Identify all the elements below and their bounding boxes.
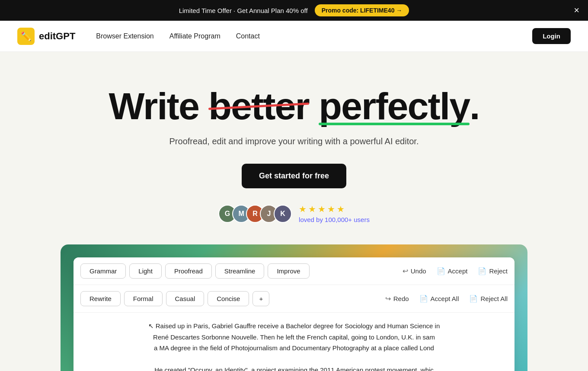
redo-action[interactable]: ↪ Redo [385,295,409,303]
accept-icon: 📄 [437,267,445,275]
star-4: ★ [327,204,335,214]
accept-all-icon: 📄 [419,295,428,303]
rewrite-button[interactable]: Rewrite [80,291,121,306]
toolbar-buttons-row2: Rewrite Formal Casual Concise + [80,291,269,306]
hero-subtitle: Proofread, edit and improve your writing… [17,136,571,146]
concise-button[interactable]: Concise [208,291,249,306]
toolbar-actions-row1: ↩ Undo 📄 Accept 📄 Reject [403,267,508,275]
hero-title: Write better perfectly. [17,86,571,126]
rating-block: ★ ★ ★ ★ ★ loved by 100,000+ users [299,204,370,224]
screenshot-container: Grammar Light Proofread Streamline Impro… [61,244,527,371]
close-announcement-button[interactable]: × [574,6,579,15]
reject-all-icon: 📄 [469,295,478,303]
accept-all-label: Accept All [431,295,459,302]
proofread-button[interactable]: Proofread [165,263,212,279]
casual-button[interactable]: Casual [166,291,205,306]
reject-all-label: Reject All [480,295,508,302]
editor-toolbar-row1: Grammar Light Proofread Streamline Impro… [74,257,514,285]
editor-content: ↖Raised up in Paris, Gabriel Gauffre rec… [74,313,514,371]
grammar-button[interactable]: Grammar [80,263,126,279]
hero-title-underline: perfectly [319,86,470,126]
undo-icon: ↩ [403,267,408,275]
avatar: K [274,205,292,223]
social-proof: G M R J K ★ ★ ★ ★ ★ loved by 100,000+ us… [17,204,571,224]
editor-toolbar-row2: Rewrite Formal Casual Concise + ↪ Redo 📄… [74,285,514,313]
star-2: ★ [308,204,316,214]
undo-label: Undo [411,267,426,275]
logo-icon: ✏️ [17,28,35,45]
nav-browser-extension[interactable]: Browser Extension [96,32,153,40]
accept-label: Accept [448,267,468,275]
hero-section: Write better perfectly. Proofread, edit … [0,52,588,371]
nav-contact[interactable]: Contact [236,32,260,40]
content-line2: René Descartes Sorbonne Nouvelle. Then h… [153,333,435,341]
star-1: ★ [299,204,307,214]
hero-title-strikethrough: better [208,86,309,126]
streamline-button[interactable]: Streamline [215,263,265,279]
stars: ★ ★ ★ ★ ★ [299,204,370,214]
improve-button[interactable]: Improve [268,263,309,279]
light-button[interactable]: Light [129,263,162,279]
content-line4: He created "Occupy, an Identity", a proj… [154,366,434,371]
more-button[interactable]: + [252,291,269,306]
accept-action[interactable]: 📄 Accept [437,267,468,275]
navbar: ✏️ editGPT Browser Extension Affiliate P… [0,21,588,52]
announcement-text: Limited Time Offer · Get Annual Plan 40%… [179,7,308,14]
hero-title-write: Write [109,85,198,127]
logo-text: editGPT [39,31,75,42]
login-button[interactable]: Login [532,28,571,44]
star-5: ★ [337,204,345,214]
reject-all-action[interactable]: 📄 Reject All [469,295,508,303]
avatar-group: G M R J K [218,205,292,223]
logo-link[interactable]: ✏️ editGPT [17,28,75,45]
formal-button[interactable]: Formal [124,291,163,306]
announcement-bar: Limited Time Offer · Get Annual Plan 40%… [0,0,588,21]
nav-links: Browser Extension Affiliate Program Cont… [96,32,532,40]
content-line1: Raised up in Paris, Gabriel Gauffre rece… [156,322,440,330]
cta-button[interactable]: Get started for free [242,164,346,188]
nav-affiliate-program[interactable]: Affiliate Program [169,32,220,40]
content-line3: a MA degree in the field of Photojournal… [154,344,434,352]
loved-text: loved by 100,000+ users [299,216,370,223]
cursor-icon: ↖ [148,320,154,332]
star-3: ★ [318,204,326,214]
redo-label: Redo [393,295,409,302]
hero-title-period: . [470,85,479,127]
accept-all-action[interactable]: 📄 Accept All [419,295,459,303]
reject-action[interactable]: 📄 Reject [478,267,508,275]
undo-action[interactable]: ↩ Undo [403,267,426,275]
redo-icon: ↪ [385,295,391,303]
reject-icon: 📄 [478,267,486,275]
reject-label: Reject [489,267,508,275]
editor-ui: Grammar Light Proofread Streamline Impro… [74,257,514,371]
toolbar-buttons-row1: Grammar Light Proofread Streamline Impro… [80,263,310,279]
toolbar-actions-row2: ↪ Redo 📄 Accept All 📄 Reject All [385,295,508,303]
promo-code-button[interactable]: Promo code: LIFETIME40 → [315,4,409,16]
